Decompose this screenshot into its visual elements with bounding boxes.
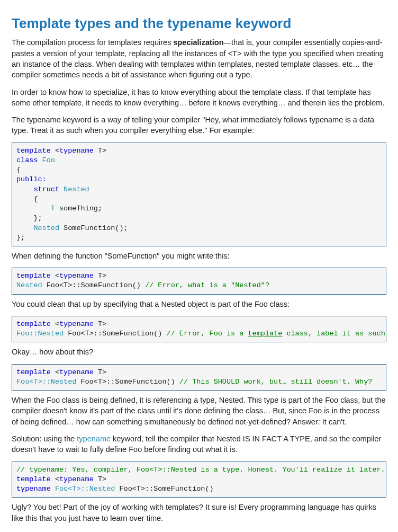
code-block-3: template <typename T> Foo::Nested Foo<T>… — [12, 316, 386, 342]
paragraph-problem: In order to know how to specialize, it h… — [12, 87, 386, 109]
paragraph-okay: Okay… how about this? — [12, 347, 386, 357]
code-block-4: template <typename T> Foo<T>::Nested Foo… — [12, 364, 386, 391]
code-block-1: template <typename T> class Foo { public… — [12, 143, 386, 246]
inline-keyword: typename — [77, 435, 111, 443]
code-block-2: template <typename T> Nested Foo<T>::Som… — [12, 268, 386, 294]
paragraph-explain: When the Foo class is being defined, it … — [12, 395, 386, 427]
paragraph-solution: Solution: using the typename keyword, te… — [12, 433, 386, 455]
paragraph-typename: The typename keyword is a way of telling… — [12, 114, 386, 136]
code-block-5: // typename: Yes, compiler, Foo<T>::Nest… — [12, 462, 386, 498]
paragraph-ugly: Ugly? You bet! Part of the joy of workin… — [12, 502, 386, 524]
paragraph-cleanup: You could clean that up by specifying th… — [12, 299, 386, 309]
paragraph-define: When defining the function "SomeFunction… — [12, 251, 386, 261]
paragraph-intro: The compilation process for templates re… — [12, 37, 386, 80]
page-title: Template types and the typename keyword — [12, 14, 386, 33]
